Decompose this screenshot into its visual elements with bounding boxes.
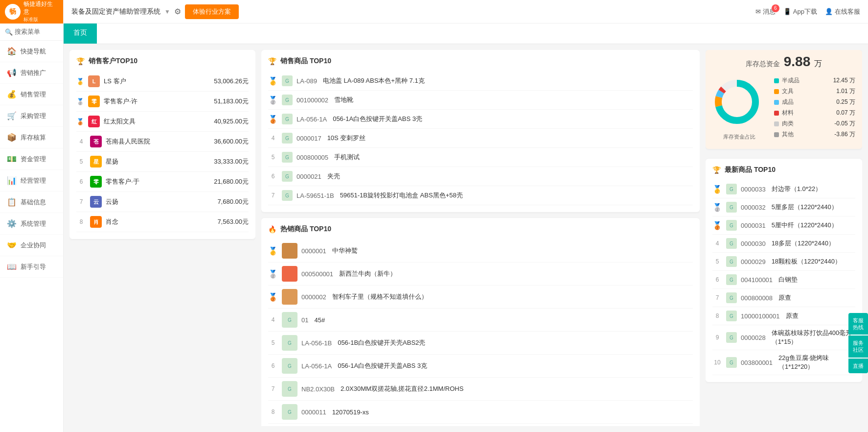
dropdown-icon[interactable]: ▼ (164, 8, 170, 15)
rank-number: 6 (268, 362, 278, 369)
rank-number: 4 (268, 135, 278, 142)
customer-ranking-item: 🥇 L LS 客户 53,006.26元 (76, 72, 249, 92)
settings-icon[interactable]: ⚙ (174, 7, 181, 16)
sidebar-item-inventory[interactable]: 📦 库存核算 (0, 127, 63, 148)
product-name: 封边带（1.0*22） (772, 185, 855, 193)
product-code: 0000001 (301, 247, 326, 255)
sidebar-item-finance[interactable]: 💵 资金管理 (0, 148, 63, 170)
customer-ranking-card: 🏆 销售客户TOP10 🥇 L LS 客户 53,006.26元 🥈 零 零售客… (69, 50, 255, 239)
float-btn-community[interactable]: 服务社区 (848, 336, 868, 358)
sidebar-item-marketing[interactable]: 📢 营销推广 (0, 62, 63, 84)
float-btn-service[interactable]: 客服热线 (848, 313, 868, 335)
msg-button[interactable]: ✉ 消息 6 (755, 7, 776, 16)
float-btn-live[interactable]: 直播 (848, 359, 868, 373)
product-code: LA-056-1A (297, 116, 327, 123)
latest-products-list: 🥇 G 0000033 封边带（1.0*22） 🥈 G 0000032 5厘多层… (712, 180, 855, 375)
legend-value: 1.01 万 (836, 87, 855, 96)
medal-icon: 🥉 (268, 292, 278, 302)
rank-name: 零售客户·许 (104, 97, 210, 106)
sidebar-nav: 🏠 快捷导航 📢 营销推广 💰 销售管理 🛒 采购管理 📦 库存核算 💵 资金管… (0, 41, 63, 432)
product-code: NB2.0X30B (301, 385, 335, 393)
customer-ranking-item: 5 星 星扬 33,333.00元 (76, 152, 249, 172)
latest-products-card: 🏆 最新商品 TOP10 🥇 G 0000033 封边带（1.0*22） 🥈 G… (706, 159, 862, 382)
sold-product-item: 5 G 000800005 手机测试 (268, 148, 693, 167)
content: 🏆 销售客户TOP10 🥇 L LS 客户 53,006.26元 🥈 零 零售客… (64, 44, 868, 432)
sidebar-item-basics[interactable]: 📋 基础信息 (0, 192, 63, 213)
sold-products-title: 🏆 销售商品 TOP10 (268, 57, 693, 66)
product-code: 0000002 (301, 293, 326, 301)
sidebar-item-operation[interactable]: 📊 经营管理 (0, 170, 63, 192)
sidebar-system-label: 系统管理 (21, 219, 46, 228)
inventory-subtitle: 库存资金占比 (723, 133, 755, 141)
sidebar-inventory-label: 库存核算 (21, 133, 46, 142)
app-download-button[interactable]: 📱 App下载 (783, 7, 817, 16)
sidebar-item-purchase[interactable]: 🛒 采购管理 (0, 105, 63, 127)
product-code: 003800001 (741, 359, 773, 366)
product-name: 056-1A白色按键开关盖ABS 3克 (338, 361, 693, 370)
trial-button[interactable]: 体验行业方案 (185, 4, 239, 19)
sidebar-item-nav[interactable]: 🏠 快捷导航 (0, 41, 63, 62)
rank-number: 8 (268, 408, 278, 415)
sidebar-item-collab[interactable]: 🤝 企业协同 (0, 235, 63, 256)
rank-avatar: 星 (90, 156, 102, 168)
rank-number: 6 (268, 173, 278, 180)
latest-product-item: 🥈 G 0000032 5厘多层（1220*2440） (712, 198, 855, 216)
product-name: 原查 (786, 312, 855, 320)
product-icon: G (726, 238, 737, 249)
guide-icon: 📖 (7, 262, 17, 271)
product-thumbnail (282, 243, 297, 259)
rank-number: 6 (76, 178, 86, 185)
product-code: LA-59651-1B (297, 192, 334, 199)
msg-icon: ✉ (755, 8, 761, 15)
product-name: 18颗粒板（1220*2440） (772, 257, 855, 266)
sidebar-item-sales[interactable]: 💰 销售管理 (0, 84, 63, 105)
rank-value: 40,925.00元 (214, 117, 249, 126)
inventory-icon: 📦 (7, 133, 17, 142)
search-menu[interactable]: 🔍 搜索菜单 (0, 24, 63, 41)
product-code: 0000033 (741, 186, 766, 193)
legend-name: 成品 (782, 98, 833, 106)
sidebar-item-guide[interactable]: 📖 新手引导 (0, 256, 63, 278)
nav-tabs: 首页 (64, 24, 868, 44)
rank-number: 9 (712, 334, 722, 341)
hot-product-item: 🥉 0000002 智利车子里（规格不知道填什么） (268, 286, 693, 309)
service-label: 在线客服 (835, 7, 860, 16)
latest-product-item: 9 G 0000028 体碗荔枝味苏打饮品400毫升（1*15） (712, 325, 855, 350)
product-code: 0000030 (741, 240, 766, 247)
legend-name: 半成品 (782, 76, 830, 85)
legend-name: 肉类 (782, 120, 831, 128)
rank-number: 4 (76, 138, 86, 145)
header-title-group: 装备及固定资产辅助管理系统 ▼ ⚙ 体验行业方案 (71, 4, 750, 19)
legend-value: 0.25 万 (836, 98, 855, 106)
product-code: 000800008 (741, 294, 773, 302)
product-thumbnail (282, 266, 297, 282)
rank-name: 肖念 (106, 217, 213, 226)
legend-item: 半成品 12.45 万 (774, 76, 855, 85)
product-code: 000500001 (301, 270, 333, 278)
medal-icon: 🥈 (76, 98, 84, 105)
product-icon: G (726, 256, 737, 267)
rank-name: 红太阳文具 (104, 117, 210, 126)
sales-icon: 💰 (7, 90, 17, 99)
rank-number: 5 (268, 154, 278, 161)
product-name: 电池盖 LA-089 ABS本色+黑种 7.1克 (323, 76, 693, 85)
sold-products-card: 🏆 销售商品 TOP10 🥇 G LA-089 电池盖 LA-089 ABS本色… (261, 50, 700, 212)
rank-avatar: 云 (90, 196, 102, 208)
legend-item: 文具 1.01 万 (774, 87, 855, 96)
sidebar-purchase-label: 采购管理 (21, 112, 46, 120)
rank-name: 星扬 (106, 157, 210, 166)
tab-home[interactable]: 首页 (64, 24, 97, 44)
product-code: LA-089 (297, 77, 317, 85)
rank-avatar: 零 (88, 96, 100, 107)
product-name: 10S 变刺罗丝 (327, 134, 693, 143)
rank-value: 53,006.26元 (214, 77, 249, 86)
hot-product-item: 🥈 000500001 新西兰牛肉（新牛） (268, 263, 693, 286)
sidebar-operation-label: 经营管理 (21, 176, 46, 185)
logo-icon: 畅 (5, 4, 21, 20)
sidebar-item-system[interactable]: ⚙️ 系统管理 (0, 213, 63, 235)
rank-name: 苍南县人民医院 (106, 137, 210, 146)
online-service-button[interactable]: 👤 在线客服 (825, 7, 860, 16)
product-code: 0000017 (297, 135, 321, 142)
product-code: 0000032 (741, 204, 766, 211)
inventory-card: 库存总资金 9.88 万 (706, 50, 862, 149)
